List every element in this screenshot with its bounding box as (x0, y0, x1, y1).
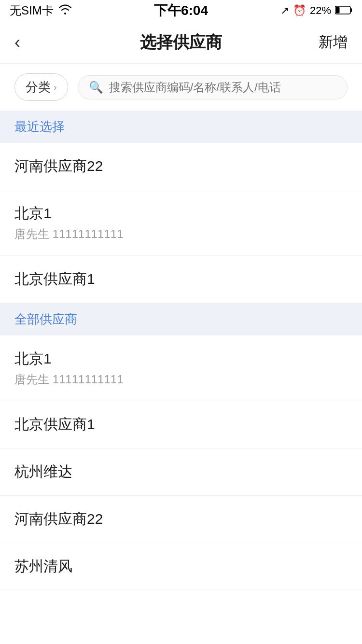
item-sub: 唐先生 11111111111 (14, 226, 348, 242)
chevron-right-icon: › (54, 82, 57, 93)
nav-bar: ‹ 选择供应商 新增 (0, 21, 362, 64)
all-section-label: 全部供应商 (14, 312, 77, 326)
item-name: 北京1 (14, 204, 348, 224)
add-button[interactable]: 新增 (319, 32, 348, 52)
item-sub: 唐先生 11111111111 (14, 372, 348, 387)
item-name: 北京1 (14, 349, 348, 369)
battery-icon (335, 4, 352, 17)
search-icon: 🔍 (89, 81, 103, 94)
wifi-icon (58, 4, 72, 17)
alarm-icon: ⏰ (293, 4, 306, 17)
location-icon: ↗ (280, 4, 289, 17)
item-name: 苏州清风 (14, 557, 348, 576)
item-name: 河南供应商22 (14, 156, 348, 176)
item-name: 北京供应商1 (14, 415, 348, 434)
list-item[interactable]: 北京1 唐先生 11111111111 (0, 336, 362, 401)
list-item[interactable]: 河南供应商22 (0, 496, 362, 543)
carrier-text: 无SIM卡 (10, 3, 54, 18)
search-input[interactable] (109, 81, 336, 94)
item-name: 北京供应商1 (14, 269, 348, 289)
search-box[interactable]: 🔍 (78, 75, 348, 99)
status-left: 无SIM卡 (10, 3, 72, 18)
recent-section-label: 最近选择 (14, 119, 65, 134)
category-button[interactable]: 分类 › (14, 73, 68, 101)
filter-bar: 分类 › 🔍 (0, 64, 362, 111)
list-item[interactable]: 河南供应商22 (0, 143, 362, 190)
item-name: 河南供应商22 (14, 509, 348, 529)
status-bar: 无SIM卡 下午6:04 ↗ ⏰ 22% (0, 0, 362, 21)
status-time: 下午6:04 (154, 1, 208, 20)
list-item[interactable]: 杭州维达 (0, 448, 362, 496)
svg-rect-1 (350, 8, 352, 12)
back-button[interactable]: ‹ (14, 32, 43, 53)
item-name: 杭州维达 (14, 462, 348, 482)
status-right: ↗ ⏰ 22% (280, 4, 352, 17)
all-section-header: 全部供应商 (0, 303, 362, 336)
list-item[interactable]: 苏州清风 (0, 543, 362, 590)
battery-text: 22% (310, 4, 331, 17)
recent-section-header: 最近选择 (0, 111, 362, 143)
list-item[interactable]: 北京供应商1 (0, 256, 362, 303)
svg-rect-2 (336, 7, 340, 14)
list-item[interactable]: 北京供应商1 (0, 401, 362, 448)
list-item[interactable]: 北京1 唐先生 11111111111 (0, 190, 362, 256)
all-items-list: 北京1 唐先生 11111111111北京供应商1杭州维达河南供应商22苏州清风 (0, 336, 362, 590)
recent-items-list: 河南供应商22北京1 唐先生 11111111111北京供应商1 (0, 143, 362, 303)
category-label: 分类 (26, 79, 51, 96)
page-title: 选择供应商 (140, 31, 222, 54)
